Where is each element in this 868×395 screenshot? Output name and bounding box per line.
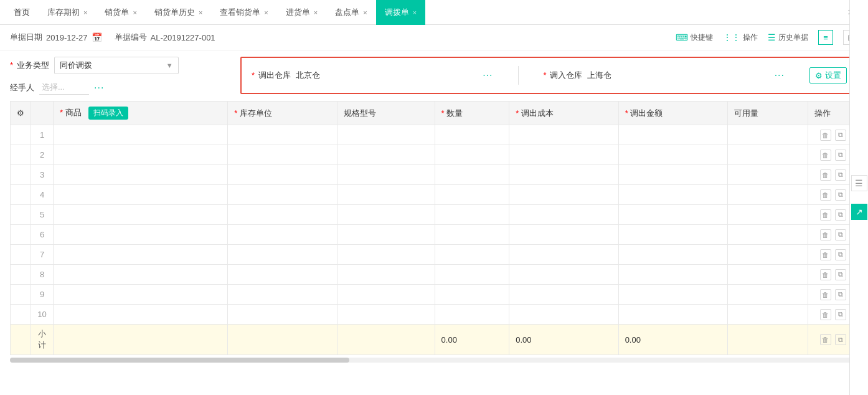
row-amount[interactable] xyxy=(618,145,727,165)
handler-more-btn[interactable]: ··· xyxy=(94,82,104,93)
row-qty[interactable] xyxy=(435,305,509,325)
row-unit[interactable] xyxy=(228,245,337,265)
row-delete-icon[interactable]: 🗑 xyxy=(820,209,831,221)
horizontal-scrollbar[interactable] xyxy=(0,355,868,363)
row-unit[interactable] xyxy=(228,265,337,285)
row-available[interactable] xyxy=(728,265,808,285)
row-product[interactable] xyxy=(54,205,228,225)
row-product[interactable] xyxy=(54,165,228,185)
row-cost[interactable] xyxy=(509,145,618,165)
row-delete-icon[interactable]: 🗑 xyxy=(820,189,831,201)
row-cost[interactable] xyxy=(509,225,618,245)
shortcut-button[interactable]: ⌨ 快捷键 xyxy=(676,32,713,43)
row-cost[interactable] xyxy=(509,285,618,305)
row-cost[interactable] xyxy=(509,185,618,205)
row-amount[interactable] xyxy=(618,225,727,245)
row-available[interactable] xyxy=(728,225,808,245)
row-spec[interactable] xyxy=(337,225,435,245)
tab-purchase[interactable]: 进货单 × xyxy=(277,0,326,25)
row-copy-icon[interactable]: ⧉ xyxy=(835,289,846,300)
row-qty[interactable] xyxy=(435,205,509,225)
row-spec[interactable] xyxy=(337,205,435,225)
row-product[interactable] xyxy=(54,285,228,305)
row-copy-icon[interactable]: ⧉ xyxy=(835,209,846,221)
row-delete-icon[interactable]: 🗑 xyxy=(820,229,831,240)
row-delete-icon[interactable]: 🗑 xyxy=(820,169,831,181)
row-product[interactable] xyxy=(54,265,228,285)
tab-inventory-check[interactable]: 盘点单 × xyxy=(326,0,375,25)
th-gear[interactable]: ⚙ xyxy=(11,102,31,125)
row-amount[interactable] xyxy=(618,265,727,285)
row-copy-icon[interactable]: ⧉ xyxy=(835,249,846,260)
handler-input[interactable]: 选择... xyxy=(39,80,89,95)
tab-close-sales-order[interactable]: × xyxy=(133,9,136,16)
row-product[interactable] xyxy=(54,225,228,245)
row-amount[interactable] xyxy=(618,185,727,205)
row-cost[interactable] xyxy=(509,305,618,325)
row-delete-icon[interactable]: 🗑 xyxy=(820,150,831,161)
subtotal-delete-icon[interactable]: 🗑 xyxy=(820,334,831,345)
view-list-btn[interactable]: ≡ xyxy=(818,30,833,45)
row-spec[interactable] xyxy=(337,165,435,185)
row-cost[interactable] xyxy=(509,205,618,225)
row-qty[interactable] xyxy=(435,125,509,145)
tab-sales-order[interactable]: 销货单 × xyxy=(96,0,145,25)
tab-transfer[interactable]: 调拨单 × xyxy=(376,0,425,25)
row-delete-icon[interactable]: 🗑 xyxy=(820,309,831,320)
row-delete-icon[interactable]: 🗑 xyxy=(820,269,831,280)
settings-button[interactable]: ⚙ 设置 xyxy=(809,67,847,83)
row-copy-icon[interactable]: ⧉ xyxy=(835,169,846,181)
row-spec[interactable] xyxy=(337,245,435,265)
row-spec[interactable] xyxy=(337,125,435,145)
row-amount[interactable] xyxy=(618,125,727,145)
history-button[interactable]: ☰ 历史单据 xyxy=(768,32,808,43)
subtotal-copy-icon[interactable]: ⧉ xyxy=(835,334,846,345)
row-available[interactable] xyxy=(728,245,808,265)
row-unit[interactable] xyxy=(228,205,337,225)
row-product[interactable] xyxy=(54,245,228,265)
row-qty[interactable] xyxy=(435,185,509,205)
tab-view-sales[interactable]: 查看销货单 × xyxy=(211,0,276,25)
calendar-icon[interactable]: 📅 xyxy=(92,32,102,42)
scan-input-btn[interactable]: 扫码录入 xyxy=(88,107,128,120)
row-product[interactable] xyxy=(54,305,228,325)
row-amount[interactable] xyxy=(618,205,727,225)
row-qty[interactable] xyxy=(435,265,509,285)
tab-close-inventory-init[interactable]: × xyxy=(83,9,87,16)
row-unit[interactable] xyxy=(228,165,337,185)
business-type-select[interactable]: 同价调拨 ▼ xyxy=(54,57,179,74)
row-amount[interactable] xyxy=(618,245,727,265)
row-available[interactable] xyxy=(728,185,808,205)
tab-close-view-sales[interactable]: × xyxy=(264,9,268,16)
row-unit[interactable] xyxy=(228,125,337,145)
row-qty[interactable] xyxy=(435,145,509,165)
row-product[interactable] xyxy=(54,125,228,145)
row-cost[interactable] xyxy=(509,165,618,185)
sidebar-export-icon[interactable]: ↗ xyxy=(851,204,867,220)
tab-sales-history[interactable]: 销货单历史 × xyxy=(146,0,211,25)
tab-home[interactable]: 首页 xyxy=(5,0,39,25)
row-qty[interactable] xyxy=(435,245,509,265)
row-spec[interactable] xyxy=(337,285,435,305)
row-unit[interactable] xyxy=(228,185,337,205)
row-qty[interactable] xyxy=(435,285,509,305)
row-spec[interactable] xyxy=(337,305,435,325)
row-spec[interactable] xyxy=(337,145,435,165)
row-qty[interactable] xyxy=(435,165,509,185)
tab-close-sales-history[interactable]: × xyxy=(199,9,202,16)
row-qty[interactable] xyxy=(435,225,509,245)
row-amount[interactable] xyxy=(618,305,727,325)
row-available[interactable] xyxy=(728,205,808,225)
row-cost[interactable] xyxy=(509,245,618,265)
row-delete-icon[interactable]: 🗑 xyxy=(820,289,831,300)
row-spec[interactable] xyxy=(337,185,435,205)
row-product[interactable] xyxy=(54,185,228,205)
row-unit[interactable] xyxy=(228,285,337,305)
row-unit[interactable] xyxy=(228,305,337,325)
row-available[interactable] xyxy=(728,145,808,165)
tab-close-transfer[interactable]: × xyxy=(413,9,417,16)
row-copy-icon[interactable]: ⧉ xyxy=(835,189,846,201)
sidebar-notes-icon[interactable]: ☰ xyxy=(851,175,867,191)
row-copy-icon[interactable]: ⧉ xyxy=(835,130,846,141)
row-unit[interactable] xyxy=(228,225,337,245)
